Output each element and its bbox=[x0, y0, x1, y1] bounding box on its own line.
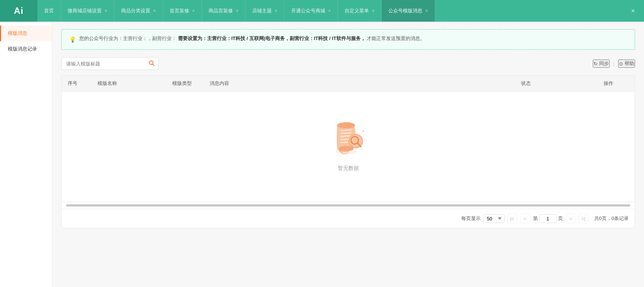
first-page-button[interactable]: |< bbox=[508, 214, 517, 223]
search-icon bbox=[149, 60, 154, 66]
close-tab-product-category[interactable]: × bbox=[153, 8, 156, 13]
svg-point-14 bbox=[364, 128, 366, 129]
data-table: 序号 模版名称 模版类型 消息内容 状态 操作 bbox=[61, 75, 635, 228]
pagination: 每页显示 50 10 20 100 |< < 第 页 bbox=[62, 209, 635, 228]
close-tab-shop-theme[interactable]: × bbox=[275, 8, 277, 13]
help-button[interactable]: ⊙ 帮助 bbox=[618, 59, 635, 68]
page-number-input[interactable] bbox=[539, 214, 557, 223]
page-unit: 页 bbox=[558, 215, 563, 222]
close-tab-product-decoration[interactable]: × bbox=[236, 8, 238, 13]
scrollbar-thumb bbox=[66, 204, 630, 207]
notice-icon: 💡 bbox=[69, 35, 76, 44]
main-layout: 模版消息模版消息记录 💡 您的公众号行业为：主营行业：，副营行业： 需要设置为：… bbox=[0, 22, 644, 287]
prev-page-button[interactable]: < bbox=[520, 214, 530, 223]
col-seq: 序号 bbox=[62, 76, 92, 91]
prev-page-icon: < bbox=[524, 216, 527, 222]
nav-tabs: 首页微商城店铺设置×商品分类设置×首页装修×商品页装修×店铺主题×开通公众号商城… bbox=[37, 0, 644, 22]
next-page-button[interactable]: > bbox=[566, 214, 576, 223]
per-page-select[interactable]: 50 10 20 100 bbox=[484, 214, 505, 223]
close-tab-open-shop[interactable]: × bbox=[328, 8, 331, 13]
close-tab-shop-settings[interactable]: × bbox=[105, 8, 107, 13]
toolbar-right: ↻ 同步 | ⊙ 帮助 bbox=[593, 59, 635, 68]
notice-text: 您的公众号行业为：主营行业：，副营行业： 需要设置为：主营行业：IT科技 / 互… bbox=[79, 35, 627, 43]
last-page-button[interactable]: >| bbox=[579, 214, 588, 223]
nav-tab-template-msg[interactable]: 公众号模版消息× bbox=[382, 0, 435, 22]
sidebar: 模版消息模版消息记录 bbox=[0, 22, 52, 287]
col-status: 状态 bbox=[515, 76, 582, 91]
nav-tab-shop-settings[interactable]: 微商城店铺设置× bbox=[61, 0, 114, 22]
nav-tab-home-decoration[interactable]: 首页装修× bbox=[163, 0, 202, 22]
svg-point-4 bbox=[339, 146, 354, 151]
table-header: 序号 模版名称 模版类型 消息内容 状态 操作 bbox=[62, 76, 635, 92]
page-label: 第 bbox=[533, 215, 538, 222]
empty-state: 暂无数据 bbox=[62, 92, 635, 202]
svg-line-9 bbox=[341, 142, 348, 143]
col-content: 消息内容 bbox=[204, 76, 515, 91]
col-name: 模版名称 bbox=[92, 76, 166, 91]
main-content: 💡 您的公众号行业为：主营行业：，副营行业： 需要设置为：主营行业：IT科技 /… bbox=[52, 22, 644, 287]
per-page-label: 每页显示 bbox=[461, 215, 481, 222]
top-navigation: Ai 首页微商城店铺设置×商品分类设置×首页装修×商品页装修×店铺主题×开通公众… bbox=[0, 0, 644, 22]
notice-banner: 💡 您的公众号行业为：主营行业：，副营行业： 需要设置为：主营行业：IT科技 /… bbox=[61, 29, 635, 50]
first-page-icon: |< bbox=[510, 216, 514, 222]
sync-icon: ↻ bbox=[594, 61, 598, 67]
sidebar-item-template-record[interactable]: 模版消息记录 bbox=[0, 41, 52, 57]
help-icon: ⊙ bbox=[619, 61, 623, 67]
page-input-wrap: 第 页 bbox=[533, 214, 563, 223]
sync-button[interactable]: ↻ 同步 bbox=[593, 59, 610, 68]
next-page-icon: > bbox=[569, 216, 572, 222]
horizontal-scrollbar[interactable] bbox=[62, 202, 635, 209]
notice-highlight: 需要设置为：主营行业：IT科技 / 互联网|电子商务，副营行业：IT科技 / I… bbox=[178, 36, 366, 41]
empty-illustration bbox=[326, 114, 371, 159]
svg-point-3 bbox=[337, 122, 355, 128]
nav-tab-product-decoration[interactable]: 商品页装修× bbox=[202, 0, 246, 22]
app-logo: Ai bbox=[0, 0, 37, 22]
notice-suffix: 才能正常发送预置的消息。 bbox=[367, 36, 425, 41]
empty-text: 暂无数据 bbox=[338, 165, 359, 172]
svg-point-13 bbox=[363, 130, 364, 132]
col-action: 操作 bbox=[582, 76, 635, 91]
svg-line-8 bbox=[341, 139, 349, 140]
col-type: 模版类型 bbox=[166, 76, 204, 91]
toolbar-divider: | bbox=[613, 61, 615, 67]
help-label: 帮助 bbox=[625, 60, 634, 67]
nav-tab-open-shop[interactable]: 开通公众号商城× bbox=[284, 0, 338, 22]
nav-tab-home[interactable]: 首页 bbox=[37, 0, 61, 22]
svg-point-15 bbox=[361, 127, 362, 128]
nav-tab-shop-theme[interactable]: 店铺主题× bbox=[246, 0, 284, 22]
close-tab-template-msg[interactable]: × bbox=[425, 8, 428, 13]
scrollbar-track bbox=[66, 204, 630, 207]
last-page-icon: >| bbox=[581, 216, 585, 222]
close-tab-home-decoration[interactable]: × bbox=[192, 8, 195, 13]
notice-prefix: 您的公众号行业为：主营行业：，副营行业： bbox=[79, 36, 176, 41]
sidebar-item-template-message[interactable]: 模版消息 bbox=[0, 25, 52, 41]
search-button[interactable] bbox=[145, 58, 158, 70]
sync-label: 同步 bbox=[599, 60, 609, 67]
toolbar: ↻ 同步 | ⊙ 帮助 bbox=[61, 57, 635, 70]
nav-tab-custom-menu[interactable]: 自定义菜单× bbox=[338, 0, 382, 22]
page-total: 共0页，0条记录 bbox=[594, 215, 629, 222]
close-tab-custom-menu[interactable]: × bbox=[372, 8, 375, 13]
search-box bbox=[61, 57, 158, 70]
search-input[interactable] bbox=[62, 58, 145, 69]
nav-tab-product-category[interactable]: 商品分类设置× bbox=[114, 0, 163, 22]
svg-line-1 bbox=[153, 64, 154, 66]
close-all-button[interactable]: × bbox=[628, 6, 638, 16]
